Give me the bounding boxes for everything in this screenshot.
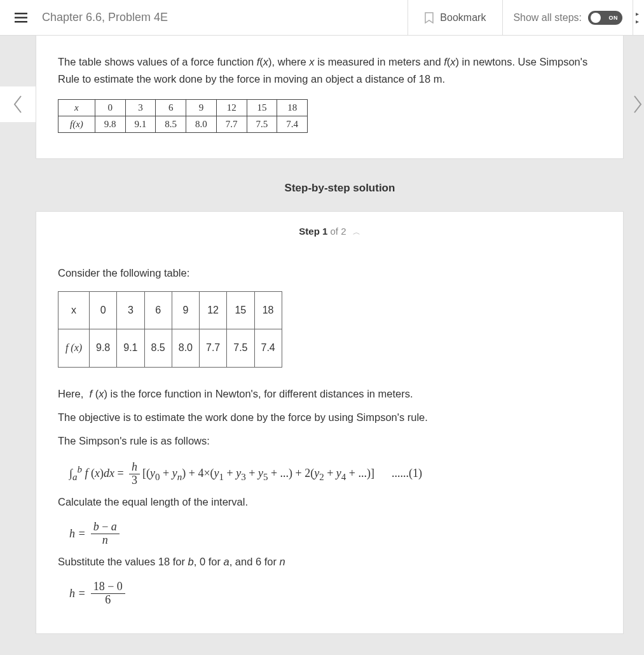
formula-h-sub: h = 18 − 0 6 [58,576,601,612]
table-row: x0369121518 [58,291,282,329]
table-row: f(x)9.89.18.58.07.77.57.4 [58,116,308,133]
steps-toggle[interactable]: ON [588,11,622,25]
problem-data-table: x0369121518 f(x)9.89.18.58.07.77.57.4 [58,99,308,133]
show-all-steps: Show all steps: ON [502,0,633,35]
step-text: Substitute the values 18 for b, 0 for a,… [58,552,601,572]
right-edge-arrows[interactable]: ▸▸ [633,0,644,35]
step-text: Consider the following table: [58,263,601,283]
formula-simpson: ∫ab f (x)dx = h3[(y0 + yn) + 4×(y1 + y3 … [58,455,601,492]
chevron-left-icon [12,95,24,114]
problem-card: The table shows values of a force functi… [36,36,624,159]
page-content: The table shows values of a force functi… [0,36,644,634]
next-button[interactable] [630,86,644,122]
problem-text: The table shows values of a force functi… [58,53,601,88]
svg-rect-0 [15,13,27,15]
menu-icon[interactable] [6,13,36,23]
svg-rect-2 [15,21,27,23]
solution-heading: Step-by-step solution [36,159,644,211]
bookmark-label: Bookmark [440,12,486,24]
toggle-label: ON [609,15,619,21]
step-number: Step 1 [299,226,327,237]
top-bar: Chapter 6.6, Problem 4E Bookmark Show al… [0,0,644,36]
toggle-knob [591,13,601,23]
prev-button[interactable] [0,86,36,122]
page-title: Chapter 6.6, Problem 4E [36,11,408,24]
table-row: x0369121518 [58,100,308,116]
bookmark-button[interactable]: Bookmark [408,0,502,35]
step-text: The Simpson's rule is as follows: [58,431,601,451]
chevron-right-icon [632,95,643,114]
step-card: Step 1 of 2 ︿ Consider the following tab… [36,211,624,633]
step-body: Consider the following table: x036912151… [58,263,601,611]
step-text: The objective is to estimate the work do… [58,408,601,427]
step-text: Here, f (x) is the force function in New… [58,384,601,404]
step-total: of 2 [327,226,346,237]
table-row: f (x)9.89.18.58.07.77.57.4 [58,329,282,367]
step-text: Calculate the equal length of the interv… [58,492,601,512]
formula-h: h = b − a n [58,516,601,552]
solution-data-table: x0369121518 f (x)9.89.18.58.07.77.57.4 [58,291,282,368]
chevron-up-icon: ︿ [353,228,360,237]
bookmark-icon [425,12,434,24]
svg-rect-1 [15,17,27,18]
steps-label: Show all steps: [513,12,582,24]
step-header[interactable]: Step 1 of 2 ︿ [58,212,601,263]
